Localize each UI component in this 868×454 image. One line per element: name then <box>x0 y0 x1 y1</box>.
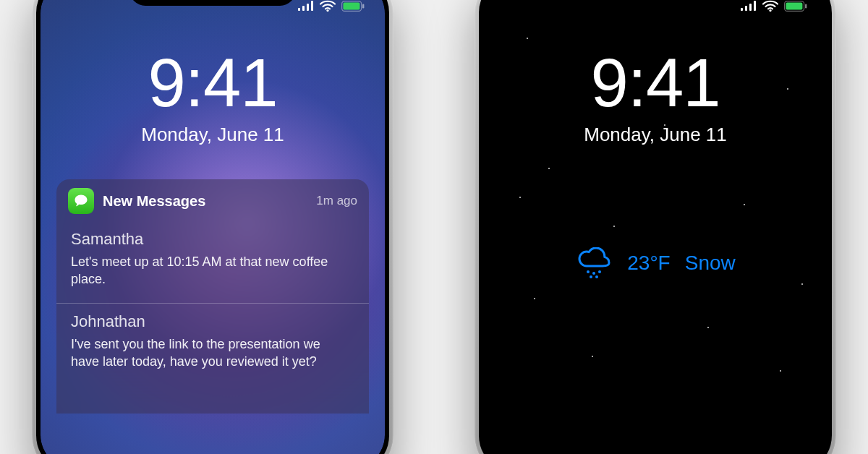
messages-app-icon <box>68 188 94 214</box>
svg-rect-1 <box>302 6 305 11</box>
svg-point-4 <box>326 9 328 12</box>
star <box>707 327 709 328</box>
iphone-dark: 9:41 Monday, June 11 23°F Snow <box>475 0 836 454</box>
notch <box>572 0 739 6</box>
star <box>780 370 781 372</box>
svg-rect-7 <box>362 4 364 8</box>
notch <box>129 0 296 6</box>
star <box>613 226 615 227</box>
svg-rect-9 <box>745 6 747 11</box>
lock-screen[interactable]: 9:41 Monday, June 11 New Messages 1m ago… <box>41 0 385 454</box>
star <box>801 283 803 285</box>
star <box>519 197 521 198</box>
svg-rect-6 <box>343 2 359 9</box>
svg-rect-10 <box>749 4 752 11</box>
wifi-icon <box>762 0 778 12</box>
phone-frame: 9:41 Monday, June 11 New Messages 1m ago… <box>36 0 389 454</box>
svg-point-18 <box>598 270 601 273</box>
svg-rect-15 <box>805 4 807 8</box>
svg-point-16 <box>587 270 590 273</box>
battery-icon <box>341 1 365 12</box>
lock-time: 9:41 <box>483 51 827 115</box>
phone-frame: 9:41 Monday, June 11 23°F Snow <box>479 0 832 454</box>
lock-screen[interactable]: 9:41 Monday, June 11 23°F Snow <box>483 0 827 454</box>
svg-point-19 <box>590 275 592 278</box>
star <box>527 38 528 39</box>
wifi-icon <box>320 0 336 12</box>
star <box>592 356 593 357</box>
svg-rect-14 <box>786 2 802 9</box>
message-item[interactable]: Samantha Let's meet up at 10:15 AM at th… <box>56 221 369 303</box>
notification-title: New Messages <box>103 193 307 210</box>
lock-date: Monday, June 11 <box>41 124 385 146</box>
snow-icon <box>575 247 613 279</box>
iphone-light: 9:41 Monday, June 11 New Messages 1m ago… <box>32 0 393 454</box>
clock-block: 9:41 Monday, June 11 <box>483 51 827 146</box>
lock-time: 9:41 <box>41 51 385 115</box>
notification-group[interactable]: New Messages 1m ago Samantha Let's meet … <box>56 179 369 414</box>
clock-block: 9:41 Monday, June 11 <box>41 51 385 146</box>
message-body: I've sent you the link to the presentati… <box>71 335 346 371</box>
notification-header: New Messages 1m ago <box>56 179 369 221</box>
star <box>548 168 550 169</box>
star <box>534 298 535 299</box>
battery-icon <box>784 1 807 12</box>
svg-point-20 <box>595 275 598 278</box>
weather-condition: Snow <box>685 252 736 275</box>
svg-rect-8 <box>741 8 743 11</box>
svg-rect-0 <box>298 8 300 11</box>
lock-date: Monday, June 11 <box>483 124 827 146</box>
message-sender: Samantha <box>71 230 354 249</box>
svg-point-12 <box>769 9 771 12</box>
cellular-icon <box>741 1 757 11</box>
svg-rect-2 <box>307 4 309 11</box>
message-sender: Johnathan <box>71 312 354 331</box>
svg-rect-11 <box>754 1 756 11</box>
star <box>744 204 745 205</box>
message-item[interactable]: Johnathan I've sent you the link to the … <box>56 303 369 385</box>
notification-time: 1m ago <box>316 194 357 208</box>
weather-temp: 23°F <box>627 252 670 275</box>
weather-widget[interactable]: 23°F Snow <box>483 247 827 279</box>
message-body: Let's meet up at 10:15 AM at that new co… <box>71 253 346 288</box>
cellular-icon <box>298 1 314 11</box>
svg-point-17 <box>592 272 595 275</box>
svg-rect-3 <box>311 1 313 11</box>
